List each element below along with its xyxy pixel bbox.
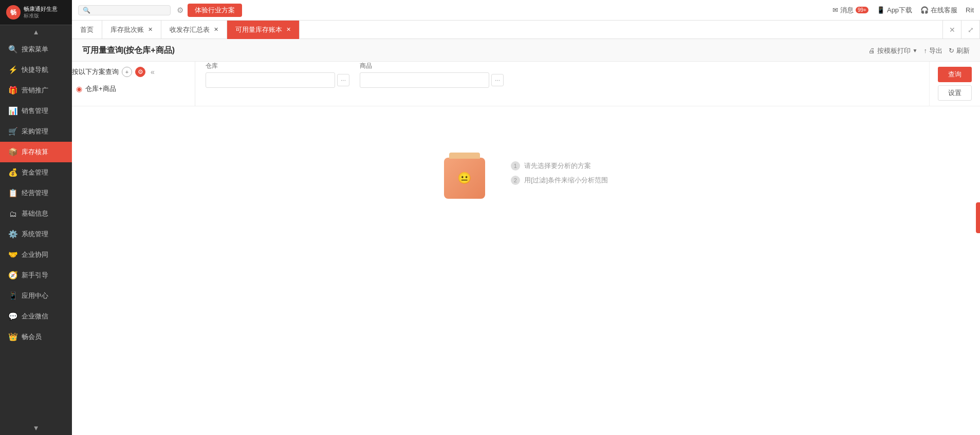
tab-receive-summary-close[interactable]: ✕	[214, 26, 218, 33]
sidebar-scroll-down[interactable]: ▼	[0, 421, 72, 435]
online-service-btn[interactable]: 🎧 在线客服	[920, 6, 957, 15]
message-icon: ✉	[833, 6, 838, 14]
sidebar-item-cooperation[interactable]: 🤝 企业协同	[0, 244, 72, 265]
topbar-gear-icon[interactable]: ⚙	[177, 6, 183, 15]
empty-hints: 1 请先选择要分析的方案 2 用[过滤]条件来缩小分析范围	[511, 161, 608, 185]
right-scroll-handle[interactable]	[976, 202, 980, 233]
export-icon: ↑	[924, 47, 928, 54]
sidebar-item-purchase[interactable]: 🛒 采购管理	[0, 121, 72, 142]
search-icon: 🔍	[8, 45, 17, 54]
sidebar-item-apps[interactable]: 📱 应用中心	[0, 286, 72, 306]
main-area: 🔍 ⚙ 体验行业方案 ✉ 消息 99+ 📱 App下载 🎧 在线客服 Rit 首…	[72, 0, 980, 435]
print-dropdown-icon: ▼	[913, 48, 918, 53]
query-button[interactable]: 查询	[938, 67, 972, 82]
add-scheme-btn[interactable]: +	[122, 67, 132, 77]
hint-item-1: 1 请先选择要分析的方案	[511, 161, 608, 171]
filter-left: 按以下方案查询 + ⚙ « ◉ 仓库+商品	[72, 62, 195, 106]
tab-available-stock[interactable]: 可用量库存账本 ✕	[227, 21, 300, 39]
crown-icon: 👑	[8, 332, 17, 342]
scheme-item-warehouse-goods[interactable]: ◉ 仓库+商品	[72, 81, 187, 97]
sidebar-item-shortcut[interactable]: ⚡ 快捷导航	[0, 60, 72, 80]
sidebar-item-label: 销售管理	[22, 106, 48, 116]
sidebar-item-label: 畅会员	[22, 332, 42, 342]
chat-icon: 💬	[8, 312, 17, 321]
collapse-filter-btn[interactable]: «	[151, 68, 155, 76]
sidebar-item-system[interactable]: ⚙️ 系统管理	[0, 224, 72, 244]
message-btn[interactable]: ✉ 消息 99+	[833, 6, 868, 15]
sidebar-item-label: 库存核算	[22, 147, 48, 157]
page-content: 可用量查询(按仓库+商品) 🖨 按模板打印 ▼ ↑ 导出 ↻ 刷新	[72, 39, 980, 435]
tab-home[interactable]: 首页	[72, 21, 102, 39]
money-icon: 💰	[8, 168, 17, 177]
clipboard-icon: 📋	[8, 188, 17, 198]
page-title: 可用量查询(按仓库+商品)	[82, 45, 175, 56]
warehouse-input-row: ···	[206, 72, 349, 88]
tab-batch-account[interactable]: 库存批次账 ✕	[102, 21, 161, 39]
tab-close-btn[interactable]: ✕	[943, 21, 961, 39]
box-icon: 📦	[8, 147, 17, 157]
sidebar-item-inventory[interactable]: 📦 库存核算	[0, 142, 72, 162]
industry-btn[interactable]: 体验行业方案	[188, 4, 242, 17]
sidebar: 畅 畅康通好生意 标准版 ▲ 🔍 搜索菜单 ⚡ 快捷导航 🎁 营销推广 📊 销售…	[0, 0, 72, 435]
topbar-search-icon: 🔍	[83, 7, 90, 14]
hint-num-1: 1	[511, 161, 520, 171]
sidebar-item-label: 快捷导航	[22, 65, 48, 74]
sidebar-item-search[interactable]: 🔍 搜索菜单	[0, 39, 72, 60]
topbar: 🔍 ⚙ 体验行业方案 ✉ 消息 99+ 📱 App下载 🎧 在线客服 Rit	[72, 0, 980, 21]
sidebar-item-operation[interactable]: 📋 经营管理	[0, 183, 72, 203]
goods-input-row: ···	[360, 72, 504, 88]
edit-scheme-btn[interactable]: ⚙	[135, 67, 145, 77]
compass-icon: 🧭	[8, 271, 17, 280]
refresh-label: 刷新	[956, 46, 970, 55]
sidebar-item-wechat[interactable]: 💬 企业微信	[0, 306, 72, 327]
empty-box: 😐	[444, 158, 485, 199]
refresh-btn[interactable]: ↻ 刷新	[949, 46, 970, 55]
app-download-label: App下载	[887, 6, 912, 15]
cart-icon: 🛒	[8, 127, 17, 136]
page-header: 可用量查询(按仓库+商品) 🖨 按模板打印 ▼ ↑ 导出 ↻ 刷新	[72, 39, 980, 62]
filter-section: 按以下方案查询 + ⚙ « ◉ 仓库+商品 仓库 ···	[72, 62, 980, 106]
sidebar-item-label: 系统管理	[22, 230, 48, 239]
sidebar-item-sales[interactable]: 📊 销售管理	[0, 101, 72, 121]
topbar-search-input[interactable]	[93, 7, 159, 14]
tab-receive-summary[interactable]: 收发存汇总表 ✕	[161, 21, 227, 39]
sidebar-item-newbie[interactable]: 🧭 新手引导	[0, 265, 72, 286]
sidebar-item-marketing[interactable]: 🎁 营销推广	[0, 80, 72, 101]
logo-sub: 标准版	[24, 12, 58, 20]
phone-icon: 📱	[877, 6, 885, 14]
hint-text-1: 请先选择要分析的方案	[524, 161, 591, 171]
app-download-btn[interactable]: 📱 App下载	[877, 6, 912, 15]
sidebar-item-finance[interactable]: 💰 资金管理	[0, 162, 72, 183]
goods-input[interactable]	[360, 72, 489, 88]
settings-button[interactable]: 设置	[938, 85, 972, 101]
headset-icon: 🎧	[920, 6, 929, 14]
empty-state: 😐 1 请先选择要分析的方案 2 用[过滤]条件来缩小分析范围	[72, 106, 980, 240]
username-display[interactable]: Rit	[966, 6, 974, 14]
sidebar-item-label: 企业协同	[22, 250, 48, 259]
refresh-icon: ↻	[949, 47, 954, 54]
tab-available-stock-close[interactable]: ✕	[286, 26, 291, 33]
empty-face-icon: 😐	[457, 172, 471, 185]
sidebar-item-label: 新手引导	[22, 271, 48, 280]
sidebar-scroll-up[interactable]: ▲	[0, 25, 72, 39]
sidebar-item-member[interactable]: 👑 畅会员	[0, 327, 72, 347]
warehouse-more-btn[interactable]: ···	[337, 74, 349, 86]
tab-expand-btn[interactable]: ⤢	[961, 21, 980, 39]
tab-batch-account-label: 库存批次账	[110, 25, 144, 34]
sidebar-item-label: 应用中心	[22, 291, 48, 300]
chart-icon: 📊	[8, 106, 17, 116]
tabs-bar: 首页 库存批次账 ✕ 收发存汇总表 ✕ 可用量库存账本 ✕ ✕ ⤢	[72, 21, 980, 39]
print-label: 按模板打印	[877, 46, 911, 55]
export-label: 导出	[929, 46, 942, 55]
sidebar-item-basic[interactable]: 🗂 基础信息	[0, 203, 72, 224]
page-header-actions: 🖨 按模板打印 ▼ ↑ 导出 ↻ 刷新	[868, 46, 970, 55]
goods-more-btn[interactable]: ···	[491, 74, 504, 86]
tab-available-stock-label: 可用量库存账本	[235, 25, 282, 34]
export-btn[interactable]: ↑ 导出	[924, 46, 943, 55]
tab-batch-account-close[interactable]: ✕	[148, 26, 153, 33]
print-btn[interactable]: 🖨 按模板打印 ▼	[868, 46, 918, 55]
sidebar-item-label: 营销推广	[22, 86, 48, 95]
sidebar-nav: 🔍 搜索菜单 ⚡ 快捷导航 🎁 营销推广 📊 销售管理 🛒 采购管理 📦 库存核…	[0, 39, 72, 421]
gear-icon: ⚙️	[8, 230, 17, 239]
warehouse-input[interactable]	[206, 72, 335, 88]
